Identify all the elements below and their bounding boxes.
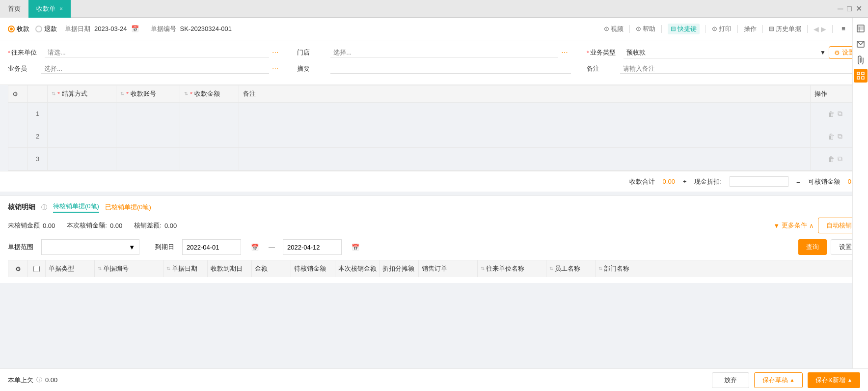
bottom-bar: 本单上欠 ⓘ 0.00 放弃 保存草稿 ▲ 保存&新增 ▲ bbox=[0, 368, 868, 391]
filter-icon: ▼ bbox=[773, 222, 780, 229]
delete-row-2-icon[interactable]: 🗑 bbox=[828, 133, 835, 140]
help-label: 帮助 bbox=[643, 25, 655, 33]
delete-row-3-icon[interactable]: 🗑 bbox=[828, 155, 835, 163]
receipt-radio[interactable]: 收款 bbox=[8, 25, 29, 33]
td-remark-2[interactable] bbox=[239, 125, 811, 147]
bth-doc-date-label: 单据日期 bbox=[172, 264, 197, 273]
reconcile-actions: ▼ 更多条件 ∧ 自动核销 bbox=[773, 218, 860, 233]
summary-label: 摘要 bbox=[297, 64, 326, 73]
td-settlement-3[interactable] bbox=[48, 148, 116, 170]
td-account-2[interactable] bbox=[116, 125, 180, 147]
sidebar-clip-icon[interactable] bbox=[854, 53, 868, 67]
print-btn[interactable]: ⊙ 打印 bbox=[712, 25, 732, 33]
due-from-input[interactable] bbox=[182, 239, 241, 255]
td-remark-3[interactable] bbox=[239, 148, 811, 170]
copy-row-1-icon[interactable]: ⧉ bbox=[838, 110, 842, 118]
operation-btn[interactable]: 操作 bbox=[744, 25, 757, 33]
td-settlement-2[interactable] bbox=[48, 125, 116, 147]
bottom-info-icon[interactable]: ⓘ bbox=[36, 376, 42, 384]
list-view-icon[interactable]: ≡ bbox=[839, 25, 848, 33]
staff-more-btn[interactable]: ··· bbox=[269, 64, 281, 73]
stats-row: 未核销金额 0.00 本次核销金额: 0.00 核销差额: 0.00 ▼ 更多条… bbox=[8, 218, 860, 233]
maximize-btn[interactable]: □ bbox=[847, 4, 852, 13]
bth-dept-sort: ⇅ bbox=[598, 267, 602, 271]
discount-input[interactable] bbox=[730, 176, 788, 187]
bottom-settings-icon[interactable]: ⚙ bbox=[15, 265, 21, 273]
remark-input[interactable] bbox=[620, 64, 860, 74]
bth-current-amount-label: 本次核销金额 bbox=[338, 264, 377, 273]
divider-3 bbox=[705, 25, 706, 33]
store-more-btn[interactable]: ··· bbox=[558, 48, 570, 57]
td-remark-1[interactable] bbox=[239, 103, 811, 125]
range-label: 单据范围 bbox=[8, 243, 33, 251]
calendar-from-icon[interactable]: 📅 bbox=[251, 244, 259, 251]
shortcut-btn[interactable]: ⊟ 快捷键 bbox=[668, 24, 700, 34]
help-btn[interactable]: ⊙ 帮助 bbox=[636, 25, 655, 33]
save-new-button[interactable]: 保存&新增 ▲ bbox=[808, 372, 860, 388]
draft-chevron-icon: ▲ bbox=[790, 377, 795, 383]
th-settings[interactable]: ⚙ bbox=[8, 85, 28, 102]
row-num-3: 3 bbox=[36, 155, 39, 163]
right-sidebar bbox=[852, 18, 868, 368]
select-all-checkbox[interactable] bbox=[33, 266, 40, 272]
delete-row-1-icon[interactable]: 🗑 bbox=[828, 110, 835, 118]
range-select[interactable]: ▼ bbox=[41, 239, 139, 255]
tab-receipt-close[interactable]: × bbox=[59, 5, 63, 12]
store-input[interactable] bbox=[330, 48, 558, 57]
bth-settings[interactable]: ⚙ bbox=[8, 260, 28, 277]
td-amount-2[interactable] bbox=[180, 125, 239, 147]
sidebar-table-icon[interactable] bbox=[854, 22, 868, 35]
sidebar-scan-icon[interactable] bbox=[854, 69, 868, 83]
copy-row-2-icon[interactable]: ⧉ bbox=[838, 132, 842, 140]
td-account-1[interactable] bbox=[116, 103, 180, 125]
bth-current-amount: 本次核销金额 bbox=[335, 260, 380, 277]
bottom-table-header: ⚙ 单据类型 ⇅ 单据编号 ⇅ 单据日期 收款到期日 金额 待核销金额 本次核销… bbox=[8, 260, 860, 277]
query-btn[interactable]: 查询 bbox=[798, 239, 827, 255]
due-to-input[interactable] bbox=[283, 239, 342, 255]
tab-receipt[interactable]: 收款单 × bbox=[28, 0, 71, 18]
total-label: 收款合计 bbox=[629, 177, 655, 186]
biz-type-select[interactable]: 预收款 ▼ bbox=[624, 47, 829, 58]
biz-type-label: 业务类型 bbox=[590, 48, 620, 57]
print-label: 打印 bbox=[719, 25, 732, 33]
td-empty-2 bbox=[8, 125, 28, 147]
minimize-btn[interactable]: ─ bbox=[838, 4, 843, 13]
doc-info: 单据日期 2023-03-24 📅 单据编号 SK-20230324-001 bbox=[65, 25, 232, 33]
party-input[interactable] bbox=[45, 48, 269, 57]
tab-home[interactable]: 首页 bbox=[0, 0, 28, 18]
party-more-btn[interactable]: ··· bbox=[269, 48, 281, 57]
refund-radio[interactable]: 退款 bbox=[35, 25, 57, 33]
pending-tab[interactable]: 待核销单据(0笔) bbox=[53, 202, 99, 213]
staff-input[interactable] bbox=[41, 64, 269, 74]
receipt-table: ⚙ ⇅ * 结算方式 ⇅ * 收款账号 ⇅ * 收款金额 备注 操作 1 bbox=[8, 85, 860, 171]
td-account-3[interactable] bbox=[116, 148, 180, 170]
bth-date-sort: ⇅ bbox=[166, 267, 170, 271]
diff-label: 核销差额: bbox=[134, 221, 162, 230]
more-conditions-btn[interactable]: ▼ 更多条件 ∧ bbox=[773, 221, 814, 230]
done-tab[interactable]: 已核销单据(0笔) bbox=[105, 203, 151, 212]
bth-doc-num-label: 单据编号 bbox=[103, 264, 129, 273]
nav-next[interactable]: ▶ bbox=[821, 25, 826, 33]
copy-row-3-icon[interactable]: ⧉ bbox=[838, 155, 842, 163]
video-btn[interactable]: ⊙ 视频 bbox=[604, 25, 624, 33]
nav-prev[interactable]: ◀ bbox=[814, 25, 819, 33]
draft-button[interactable]: 保存草稿 ▲ bbox=[754, 372, 803, 388]
td-settlement-1[interactable] bbox=[48, 103, 116, 125]
bth-checkbox[interactable] bbox=[28, 260, 46, 277]
th-index bbox=[28, 85, 48, 102]
history-btn[interactable]: ⊟ 历史单据 bbox=[769, 25, 801, 33]
unverified-value: 0.00 bbox=[43, 222, 55, 229]
summary-input[interactable] bbox=[330, 64, 570, 74]
discard-button[interactable]: 放弃 bbox=[712, 372, 749, 388]
td-amount-3[interactable] bbox=[180, 148, 239, 170]
close-btn[interactable]: ✕ bbox=[856, 4, 862, 13]
reconcile-info-icon[interactable]: ⓘ bbox=[41, 203, 47, 212]
range-dropdown-icon: ▼ bbox=[129, 244, 135, 251]
bth-discount: 折扣分摊额 bbox=[380, 260, 419, 277]
sidebar-mail-icon[interactable] bbox=[854, 37, 868, 51]
doc-date-calendar-icon[interactable]: 📅 bbox=[131, 25, 139, 32]
calendar-to-icon[interactable]: 📅 bbox=[352, 244, 359, 251]
td-amount-1[interactable] bbox=[180, 103, 239, 125]
table-settings-icon[interactable]: ⚙ bbox=[12, 90, 18, 98]
history-icon: ⊟ bbox=[769, 25, 774, 32]
